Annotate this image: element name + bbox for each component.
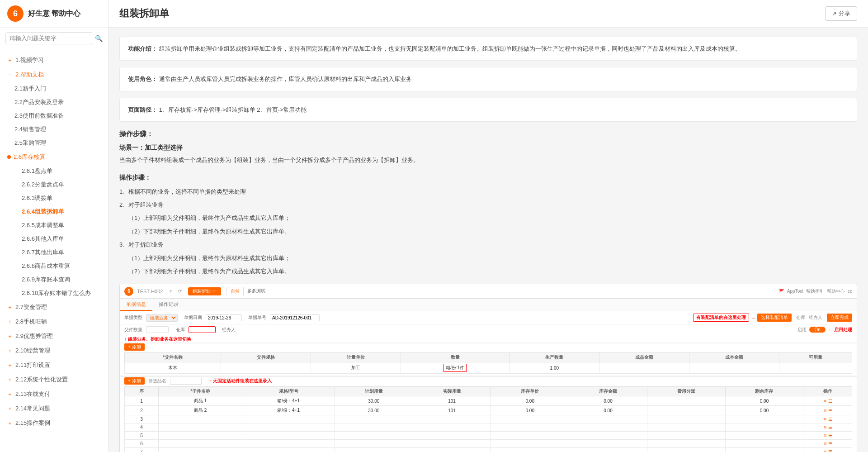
step2-2: （2）下部明细为子件明细，最终作为原材料生成其它出库单。 bbox=[119, 226, 857, 237]
mock-flag-red-icon: 🚩 bbox=[779, 289, 784, 294]
sidebar-item-doc-264[interactable]: 2.6.4组装拆卸单 bbox=[0, 205, 108, 219]
step1: 1、根据不同的业务，选择不同单据的类型来处理 bbox=[119, 186, 857, 197]
sidebar-item-doc-261[interactable]: 2.6.1盘点单 bbox=[0, 164, 108, 178]
sidebar-item-doc-2610[interactable]: 2.6.10库存账本错了怎么办 bbox=[0, 286, 108, 300]
mock-row-action-4[interactable]: ✕ ☰ bbox=[823, 425, 832, 430]
role-label: 使用角色： bbox=[128, 76, 157, 82]
mock-label-person: 经办人 bbox=[222, 327, 236, 333]
intro-label: 功能介绍： bbox=[128, 45, 157, 52]
sidebar-item-doc-262[interactable]: 2.6.2分量盘点单 bbox=[0, 178, 108, 191]
sidebar-item-doc-210[interactable]: ＋ 2.10经营管理 bbox=[0, 343, 108, 358]
plus-icon-213: ＋ bbox=[7, 390, 13, 398]
mock-filter-input[interactable] bbox=[170, 378, 202, 385]
mock-cc: cc bbox=[848, 289, 852, 294]
mock-row-action-5[interactable]: ✕ ☰ bbox=[823, 433, 832, 438]
table-row: 4 ✕ ☰ bbox=[125, 423, 852, 432]
mock-tabs: 自然 多多测试 bbox=[226, 287, 269, 295]
sidebar-item-doc-28[interactable]: ＋ 2.8手机旺辅 bbox=[0, 314, 108, 329]
sidebar-item-docs[interactable]: － 2.帮助文档 bbox=[0, 67, 108, 82]
sidebar-item-doc-215[interactable]: ＋ 2.15操作案例 bbox=[0, 416, 108, 430]
plus-icon-210: ＋ bbox=[7, 347, 13, 355]
mock-nav-button[interactable]: 组装拆卸 一 bbox=[188, 287, 221, 295]
search-box: 🔍 bbox=[0, 28, 108, 49]
sidebar-item-doc-266[interactable]: 2.6.6其他入库单 bbox=[0, 232, 108, 246]
search-button[interactable]: 🔍 bbox=[95, 35, 103, 42]
scene1-title: 场景一：加工类型选择 bbox=[119, 144, 857, 152]
step3-2: （2）下部明细为子件明细，最终作为产成品生成其它入库单。 bbox=[119, 266, 857, 276]
mock-row-action-7[interactable]: ✕ ☰ bbox=[823, 449, 832, 452]
share-button[interactable]: ↗ 分享 bbox=[825, 6, 857, 21]
plus-icon-211: ＋ bbox=[7, 362, 13, 369]
mock-lower-header: + 添加 筛选品名 ↑ 无固定活动件组装在这里录入 bbox=[124, 377, 852, 385]
mock-tab-natural[interactable]: 自然 bbox=[226, 287, 244, 295]
mock-row-action-3[interactable]: ✕ ☰ bbox=[823, 417, 832, 422]
page-title: 组装拆卸单 bbox=[119, 7, 169, 20]
sidebar-item-doc-269[interactable]: 2.6.9库存账本查询 bbox=[0, 273, 108, 286]
mock-row-action-6[interactable]: ✕ ☰ bbox=[823, 441, 832, 446]
sidebar-item-doc-22[interactable]: 2.2产品安装及登录 bbox=[0, 95, 108, 109]
sidebar-item-doc-213[interactable]: ＋ 2.13在线支付 bbox=[0, 387, 108, 401]
mock-label-type: 单据类型 bbox=[124, 314, 142, 321]
mock-add-child-btn[interactable]: + 添加 bbox=[124, 377, 145, 385]
mock-col-avail: 可用量 bbox=[779, 353, 852, 362]
sidebar-item-doc-29[interactable]: ＋ 2.9优惠券管理 bbox=[0, 329, 108, 343]
mock-col-prod-qty: 生产数量 bbox=[509, 353, 599, 362]
plus-icon-29: ＋ bbox=[7, 333, 13, 340]
mock-num-input[interactable] bbox=[270, 314, 320, 321]
sidebar-item-doc-214[interactable]: ＋ 2.14常见问题 bbox=[0, 401, 108, 416]
mock-type-select[interactable]: 组装业务 拆卸业务 bbox=[146, 314, 178, 322]
top-bar: 组装拆卸单 ↗ 分享 bbox=[108, 0, 868, 28]
mock-lower-table-area: + 添加 筛选品名 ↑ 无固定活动件组装在这里录入 序 *子件名称 规格/型号 bbox=[120, 377, 857, 452]
mock-date-input[interactable] bbox=[206, 314, 242, 321]
sidebar-item-doc-268[interactable]: 2.6.8商品成本重算 bbox=[0, 259, 108, 273]
mock-row-action-1[interactable]: ✕ ☰ bbox=[823, 399, 832, 404]
sidebar-item-doc-267[interactable]: 2.6.7其他出库单 bbox=[0, 246, 108, 259]
sidebar-item-doc-23[interactable]: 2.3使用前数据准备 bbox=[0, 109, 108, 123]
search-input[interactable] bbox=[5, 32, 92, 44]
sidebar-item-doc-21[interactable]: 2.1新手入门 bbox=[0, 82, 108, 95]
mock-refresh-icon: ⟳ bbox=[178, 289, 182, 294]
sidebar-item-doc-263[interactable]: 2.6.3调拨单 bbox=[0, 191, 108, 205]
mock-cell-name: 木木 bbox=[125, 362, 221, 374]
sidebar-item-doc-24[interactable]: 2.4销售管理 bbox=[0, 123, 108, 136]
mock-label-date: 单据日期 bbox=[184, 314, 202, 321]
mock-count-input[interactable] bbox=[146, 326, 169, 333]
mock-form-row2: 父件数量 仓库 经办人 启用 On ← 启用处理 bbox=[120, 324, 857, 335]
mock-logo-icon: 6 bbox=[124, 287, 133, 296]
table-row: 木木 加工 箱/份:1件 1.00 bbox=[125, 362, 852, 374]
mock-tab-duoduo[interactable]: 多多测试 bbox=[244, 287, 269, 295]
plus-icon-215: ＋ bbox=[7, 419, 13, 427]
share-icon: ↗ bbox=[832, 10, 837, 17]
mock-confirm-btn[interactable]: 立即完成 bbox=[827, 314, 852, 322]
sidebar-item-doc-265[interactable]: 2.6.5成本调整单 bbox=[0, 219, 108, 232]
step2: 2、对于组装业务 bbox=[119, 200, 857, 210]
sidebar-item-doc-27[interactable]: ＋ 2.7资金管理 bbox=[0, 300, 108, 314]
plus-icon-212: ＋ bbox=[7, 376, 13, 384]
mock-storage-input[interactable] bbox=[189, 326, 216, 333]
table-row: 6 ✕ ☰ bbox=[125, 440, 852, 448]
mock-annotation4: ← 启用处理 bbox=[828, 327, 852, 333]
sidebar-item-doc-212[interactable]: ＋ 2.12系统个性化设置 bbox=[0, 372, 108, 387]
mock-row-action-2[interactable]: ✕ ☰ bbox=[823, 408, 832, 413]
main-content: 组装拆卸单 ↗ 分享 功能介绍： 组装拆卸单用来处理企业组装或拆卸等加工业务，支… bbox=[108, 0, 868, 452]
mock-app-tool: AppTool bbox=[787, 289, 803, 294]
mock-switch-toggle[interactable]: On bbox=[809, 327, 826, 333]
sidebar-item-doc-26[interactable]: 2.6库存核算 bbox=[0, 150, 108, 164]
mock-form-right: 有装配清单的在这里处理 → 选择装配清单 仓库 经办人 立即完成 bbox=[693, 314, 852, 322]
mock-sub-nav: 单据信息 操作记录 bbox=[120, 299, 857, 311]
mock-label-num: 单据单号 bbox=[248, 314, 266, 321]
mock-filter-note: 筛选品名 bbox=[148, 378, 166, 384]
role-block: 使用角色： 通常由生产人员或库管人员完成拆装业务的操作，库管人员确认原材料的出库… bbox=[119, 67, 857, 91]
sidebar-item-videos[interactable]: ＋ 1.视频学习 bbox=[0, 53, 108, 67]
mock-add-parent-btn[interactable]: + 添加 bbox=[124, 343, 145, 351]
sidebar-item-doc-25[interactable]: 2.5采购管理 bbox=[0, 136, 108, 150]
sidebar-item-doc-211[interactable]: ＋ 2.11打印设置 bbox=[0, 358, 108, 372]
intro-block: 功能介绍： 组装拆卸单用来处理企业组装或拆卸等加工业务，支持有固定装配清单的产品… bbox=[119, 37, 857, 61]
step2-1: （1）上部明细为父件明细，最终作为产成品生成其它入库单； bbox=[119, 213, 857, 223]
content-area: 功能介绍： 组装拆卸单用来处理企业组装或拆卸等加工业务，支持有固定装配清单的产品… bbox=[108, 28, 868, 452]
path-block: 页面路径： 1、库存核算->库存管理->组装拆卸单 2、首页->常用功能 bbox=[119, 98, 857, 122]
plus-icon: ＋ bbox=[7, 57, 13, 64]
mock-select-list-btn[interactable]: 选择装配清单 bbox=[757, 314, 792, 322]
mock-subtab-info[interactable]: 单据信息 bbox=[120, 299, 152, 311]
mock-subtab-ops[interactable]: 操作记录 bbox=[152, 299, 185, 311]
